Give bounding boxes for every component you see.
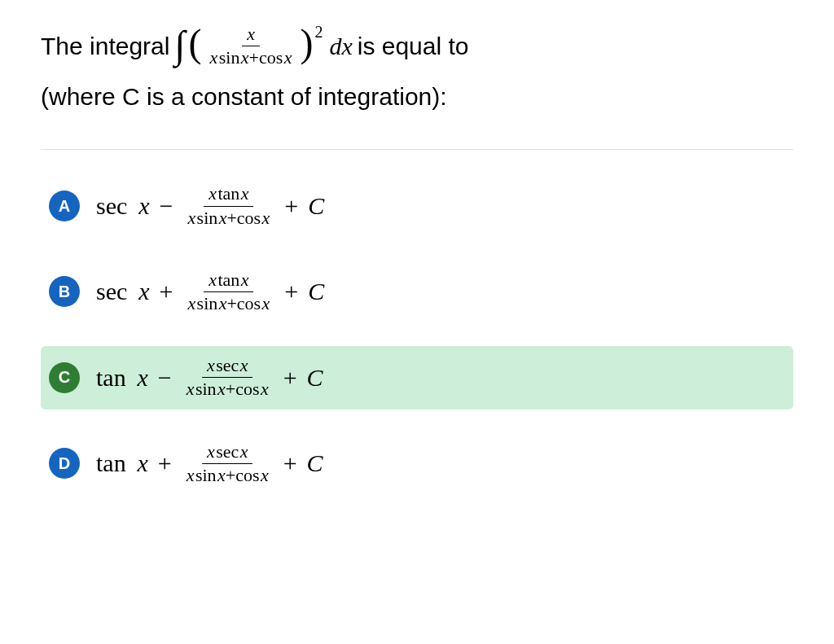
option-a-fraction: x tan x x sin x+cos x: [182, 184, 274, 227]
question-prefix: The integral: [41, 27, 169, 66]
option-letter-c: C: [49, 362, 80, 393]
divider: [41, 149, 793, 150]
option-d[interactable]: D tan x + x sec x x sin x+cos x + C: [41, 432, 793, 495]
question-text: The integral ∫ ( x x sin x+cos x ) 2 dx …: [41, 24, 793, 68]
integral-sign: ∫: [174, 25, 185, 64]
option-b-fraction: x tan x x sin x+cos x: [182, 270, 274, 313]
option-d-expression: tan x + x sec x x sin x+cos x + C: [96, 442, 323, 485]
question-block: The integral ∫ ( x x sin x+cos x ) 2 dx …: [41, 24, 793, 116]
option-letter-a: A: [49, 191, 80, 221]
differential: dx: [329, 27, 352, 66]
option-d-fraction: x sec x x sin x+cos x: [182, 442, 274, 485]
open-paren: (: [189, 24, 202, 63]
option-c-fraction: x sec x x sin x+cos x: [182, 356, 274, 399]
option-a[interactable]: A sec x − x tan x x sin x+cos x + C: [41, 174, 793, 237]
option-c-expression: tan x − x sec x x sin x+cos x + C: [96, 356, 323, 399]
option-a-expression: sec x − x tan x x sin x+cos x + C: [96, 184, 324, 227]
question-suffix: is equal to: [358, 27, 469, 66]
option-c[interactable]: C tan x − x sec x x sin x+cos x + C: [41, 346, 793, 409]
option-b-expression: sec x + x tan x x sin x+cos x + C: [96, 270, 324, 313]
close-paren: ): [300, 24, 313, 63]
option-b[interactable]: B sec x + x tan x x sin x+cos x + C: [41, 261, 793, 323]
option-letter-d: D: [49, 448, 80, 479]
options-list: A sec x − x tan x x sin x+cos x + C B se…: [41, 174, 793, 495]
integral-expression: ∫ ( x x sin x+cos x ) 2 dx: [174, 24, 352, 68]
integrand-fraction: x x sin x+cos x: [205, 24, 297, 68]
exponent: 2: [314, 19, 323, 45]
option-letter-b: B: [49, 276, 80, 307]
question-subtext: (where C is a constant of integration):: [41, 77, 793, 116]
